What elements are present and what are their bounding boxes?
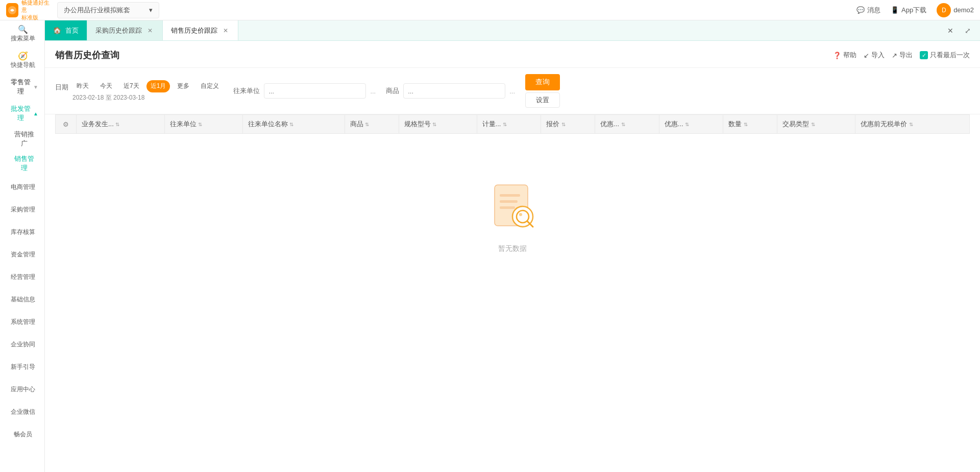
top-right-actions: 💬 消息 📱 App下载 D demo2 <box>856 3 974 17</box>
tab-actions: ✕ ⤢ <box>944 25 980 37</box>
date-opt-1month[interactable]: 近1月 <box>146 80 170 92</box>
sidebar-item-wholesale[interactable]: 批发管理 ▲ <box>0 100 44 127</box>
sidebar-item-sales-mgmt[interactable]: 销售管理 <box>0 151 44 176</box>
search-icon: 🔍 <box>18 25 28 34</box>
user-action[interactable]: D demo2 <box>937 3 974 17</box>
tab-sales-history[interactable]: 销售历史价跟踪 ✕ <box>163 20 238 40</box>
empty-text: 暂无数据 <box>498 244 527 253</box>
checkbox-teal-icon: ✓ <box>920 51 928 59</box>
sort-discount2-icon: ⇅ <box>685 122 689 127</box>
goods-input[interactable] <box>403 83 505 99</box>
col-quantity[interactable]: 数量 ⇅ <box>723 115 777 134</box>
col-unit[interactable]: 计量... ⇅ <box>477 115 541 134</box>
tab-sales-history-close-icon[interactable]: ✕ <box>222 27 230 35</box>
goods-filter-group: 商品 ... <box>386 83 515 99</box>
partner-input[interactable] <box>264 83 366 99</box>
sort-quantity-icon: ⇅ <box>744 122 748 127</box>
sort-trade-type-icon: ⇅ <box>811 122 815 127</box>
date-range-text: 2023-02-18 至 2023-03-18 <box>72 93 223 102</box>
col-no-tax-price[interactable]: 优惠前无税单价 ⇅ <box>855 115 970 134</box>
date-filter-group: 日期 昨天 今天 近7天 近1月 更多 自定义 2023-02-18 至 202… <box>55 80 223 102</box>
date-opt-yesterday[interactable]: 昨天 <box>72 80 93 92</box>
sidebar-item-app-center[interactable]: 应用中心 <box>0 378 44 400</box>
date-opt-more[interactable]: 更多 <box>173 80 193 92</box>
import-action[interactable]: ↙ 导入 <box>864 51 885 60</box>
svg-point-8 <box>519 213 522 216</box>
workspace-selector[interactable]: 办公用品行业模拟账套 ▾ <box>57 2 159 18</box>
svg-rect-3 <box>500 200 518 203</box>
table-area: ⚙ 业务发生... ⇅ 往来单位 ⇅ 往来单位名称 <box>45 114 980 294</box>
sidebar-item-system[interactable]: 系统管理 <box>0 311 44 333</box>
date-options-row: 昨天 今天 近7天 近1月 更多 自定义 <box>72 80 223 92</box>
sidebar-item-purchase[interactable]: 采购管理 <box>0 198 44 221</box>
sidebar-item-finance[interactable]: 资金管理 <box>0 243 44 266</box>
sidebar-item-marketing[interactable]: 营销推广 <box>0 127 44 151</box>
col-biz-date[interactable]: 业务发生... ⇅ <box>77 115 165 134</box>
col-goods[interactable]: 商品 ⇅ <box>345 115 399 134</box>
table-header: ⚙ 业务发生... ⇅ 往来单位 ⇅ 往来单位名称 <box>56 115 970 134</box>
message-action[interactable]: 💬 消息 <box>856 6 880 15</box>
goods-label: 商品 <box>386 84 399 98</box>
sidebar-item-member[interactable]: 畅会员 <box>0 423 44 445</box>
message-icon: 💬 <box>856 6 865 14</box>
col-spec[interactable]: 规格型号 ⇅ <box>399 115 477 134</box>
empty-state: 暂无数据 <box>55 134 970 294</box>
tab-purchase-history[interactable]: 采购历史价跟踪 ✕ <box>87 20 163 40</box>
settings-button[interactable]: 设置 <box>525 92 560 108</box>
data-table: ⚙ 业务发生... ⇅ 往来单位 ⇅ 往来单位名称 <box>55 114 970 134</box>
app-download-action[interactable]: 📱 App下载 <box>891 6 926 15</box>
date-opt-7days[interactable]: 近7天 <box>119 80 143 92</box>
goods-dots-icon[interactable]: ... <box>509 87 515 95</box>
col-discount1[interactable]: 优惠... ⇅ <box>595 115 659 134</box>
sidebar-item-operations[interactable]: 经营管理 <box>0 266 44 288</box>
phone-icon: 📱 <box>891 6 899 14</box>
query-button[interactable]: 查询 <box>525 74 560 90</box>
col-quote[interactable]: 报价 ⇅ <box>541 115 595 134</box>
col-discount2[interactable]: 优惠... ⇅ <box>659 115 723 134</box>
partner-dots-icon[interactable]: ... <box>370 87 376 95</box>
date-label: 日期 <box>55 80 68 95</box>
import-icon: ↙ <box>864 52 869 59</box>
only-last-checkbox[interactable]: ✓ 只看最后一次 <box>920 51 970 60</box>
maximize-icon[interactable]: ⤢ <box>962 25 974 37</box>
sort-no-tax-price-icon: ⇅ <box>909 122 913 127</box>
date-opt-today[interactable]: 今天 <box>96 80 116 92</box>
col-partner-code[interactable]: 往来单位 ⇅ <box>164 115 242 134</box>
col-partner-name[interactable]: 往来单位名称 ⇅ <box>242 115 345 134</box>
logo-icon <box>6 3 18 17</box>
sidebar-item-ecommerce[interactable]: 电商管理 <box>0 176 44 198</box>
sort-unit-icon: ⇅ <box>503 122 507 127</box>
logo-area: 畅捷通好生意 标准版 <box>6 0 51 21</box>
sort-partner-code-icon: ⇅ <box>198 122 202 127</box>
sidebar-item-inventory[interactable]: 库存核算 <box>0 221 44 243</box>
page-header-actions: ❓ 帮助 ↙ 导入 ↗ 导出 ✓ 只看最后一次 <box>833 51 970 60</box>
sidebar-item-retail[interactable]: 零售管理 ▼ <box>0 74 44 100</box>
sidebar-item-basic-info[interactable]: 基础信息 <box>0 288 44 311</box>
workspace-caret-icon: ▾ <box>149 6 153 14</box>
content-area: 🏠 首页 采购历史价跟踪 ✕ 销售历史价跟踪 ✕ ✕ ⤢ 销售历史价查询 <box>45 20 980 472</box>
partner-filter-group: 往来单位 ... <box>233 83 376 99</box>
filter-buttons: 查询 设置 <box>525 74 560 108</box>
partner-label: 往来单位 <box>233 84 260 98</box>
tab-home[interactable]: 🏠 首页 <box>45 20 87 40</box>
sidebar-item-search[interactable]: 🔍 搜索菜单 <box>0 20 44 47</box>
date-opt-custom[interactable]: 自定义 <box>197 80 223 92</box>
sort-quote-icon: ⇅ <box>561 122 566 127</box>
help-action[interactable]: ❓ 帮助 <box>833 51 856 60</box>
sidebar-item-enterprise-wechat[interactable]: 企业微信 <box>0 400 44 423</box>
sidebar-item-shortcut[interactable]: 🧭 快捷导航 <box>0 47 44 74</box>
tab-purchase-history-close-icon[interactable]: ✕ <box>146 27 154 35</box>
sidebar-item-guide[interactable]: 新手引导 <box>0 356 44 378</box>
close-tab-icon[interactable]: ✕ <box>944 25 957 37</box>
sidebar-item-cooperation[interactable]: 企业协同 <box>0 333 44 356</box>
settings-gear-icon[interactable]: ⚙ <box>61 119 71 129</box>
export-action[interactable]: ↗ 导出 <box>892 51 913 60</box>
top-header: 畅捷通好生意 标准版 办公用品行业模拟账套 ▾ 💬 消息 📱 App下载 D d… <box>0 0 980 20</box>
sort-spec-icon: ⇅ <box>432 122 436 127</box>
col-trade-type[interactable]: 交易类型 ⇅ <box>777 115 855 134</box>
date-options: 昨天 今天 近7天 近1月 更多 自定义 2023-02-18 至 2023-0… <box>72 80 223 102</box>
page-header: 销售历史价查询 ❓ 帮助 ↙ 导入 ↗ 导出 ✓ <box>45 41 980 68</box>
logo-text: 畅捷通好生意 标准版 <box>21 0 51 21</box>
sort-biz-date-icon: ⇅ <box>115 122 119 127</box>
compass-icon: 🧭 <box>18 51 28 61</box>
